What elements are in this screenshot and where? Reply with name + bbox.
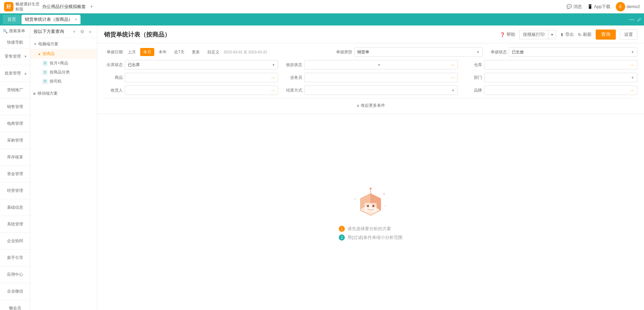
filter-row-1: 单据日期 上月 本月 本年 近7天 更多 自定义 2023-03-01 至 20…	[104, 47, 637, 57]
user-area[interactable]: E demo2	[616, 2, 640, 11]
scheme-collapse-btn[interactable]: «	[87, 28, 94, 35]
sidebar-item-sales[interactable]: 销售管理	[0, 99, 30, 115]
doc-type-control[interactable]: 销货单 ▼	[354, 47, 483, 57]
filter-row-2: 出库状态 已出库 ▼ 收款状态 ▼ 仓库	[104, 60, 637, 69]
doc-type-label: 单据类型	[333, 49, 352, 55]
sidebar-item-wechat[interactable]: 企业微信	[0, 283, 30, 300]
collapse-filter-btn[interactable]: ∧ 收起更多条件	[357, 101, 385, 110]
payment-status-control[interactable]: ▼	[304, 60, 458, 69]
search-menu-btn[interactable]: 🔍 搜索菜单	[0, 25, 30, 37]
driver-icon: 司	[42, 79, 48, 84]
sidebar-item-purchase[interactable]: 采购管理	[0, 132, 30, 149]
add-scheme-btn[interactable]: +	[71, 28, 77, 35]
empty-illustration: ✦ ✦ ✦	[351, 184, 391, 220]
brand-control[interactable]: ···	[484, 86, 637, 95]
search-icon: 🔍	[3, 29, 8, 34]
out-status-control[interactable]: 已出库 ▼	[125, 60, 278, 69]
page-header: 销货单统计表（按商品） ❓ 帮助 按模板打印 ▼ ⬆ 导出	[97, 25, 644, 43]
tab-home[interactable]: 首页	[3, 15, 21, 24]
query-btn[interactable]: 查询	[596, 30, 616, 40]
scheme-item-by-category[interactable]: 分 按商品分类	[30, 68, 97, 77]
settlement-label: 结算方式	[283, 88, 302, 93]
sidebar-item-marketing[interactable]: 营销推广	[0, 82, 30, 99]
department-label: 部门	[463, 75, 482, 81]
warehouse-control[interactable]: ···	[484, 60, 637, 69]
help-icon: ❓	[500, 32, 505, 37]
filter-row-4: 收货人 ··· 结算方式 ▼ 品牌	[104, 86, 637, 95]
settlement-control[interactable]: ▼	[304, 86, 458, 95]
date-btn-7days[interactable]: 近7天	[171, 48, 187, 56]
industry-dropdown-icon[interactable]: ▼	[90, 5, 93, 8]
logo-text: 畅捷通好生意 标版	[15, 2, 40, 11]
sidebar: 🔍 搜索菜单 快捷导航 零售管理 ▼ 批发管理 ▲ 营销推广 销售管理 电商管理…	[0, 25, 30, 310]
department-control[interactable]: ▼	[484, 73, 637, 82]
filter-warehouse: 仓库 ···	[463, 60, 637, 69]
tab-active[interactable]: 销货单统计表（按商品） ×	[21, 15, 80, 24]
doc-status-control[interactable]: 已生效 ▼	[509, 47, 637, 57]
logo-area: 好 畅捷通好生意 标版	[4, 2, 40, 11]
sidebar-item-guide[interactable]: 新手引导	[0, 250, 30, 266]
sidebar-item-ecommerce[interactable]: 电商管理	[0, 115, 30, 132]
date-btn-this-month[interactable]: 本月	[140, 48, 154, 56]
help-btn[interactable]: ❓ 帮助	[500, 32, 515, 38]
right-panel: 销货单统计表（按商品） ❓ 帮助 按模板打印 ▼ ⬆ 导出	[97, 25, 644, 310]
date-btn-custom[interactable]: 自定义	[204, 48, 222, 56]
scheme-item-by-month-product[interactable]: 月 按月+商品	[30, 59, 97, 68]
logo-icon: 好	[4, 2, 13, 11]
sidebar-item-wholesale[interactable]: 批发管理 ▲	[0, 65, 30, 82]
product-control[interactable]: ···	[125, 73, 278, 82]
app-download-btn[interactable]: 📱 App下载	[587, 4, 610, 10]
sidebar-item-operations[interactable]: 经营管理	[0, 183, 30, 199]
sidebar-item-retail[interactable]: 零售管理 ▼	[0, 48, 30, 65]
quick-nav-btn[interactable]: 快捷导航	[0, 37, 30, 48]
mobile-scheme-header[interactable]: ▶ 移动端方案	[30, 89, 97, 98]
chevron-icon: ▼	[24, 55, 27, 58]
refresh-btn[interactable]: ↻ 刷新	[578, 32, 592, 38]
hint-item-1: 1 请先选择要分析的方案	[339, 226, 402, 232]
tab-minimize-btn[interactable]: —	[629, 16, 634, 23]
date-btn-this-year[interactable]: 本年	[156, 48, 170, 56]
sidebar-item-inventory[interactable]: 库存核算	[0, 149, 30, 166]
desktop-scheme-header[interactable]: ▼ 电脑端方案	[30, 39, 97, 49]
filter-out-status: 出库状态 已出库 ▼	[104, 60, 278, 69]
sidebar-item-apps[interactable]: 应用中心	[0, 266, 30, 283]
mobile-scheme-section: ▶ 移动端方案	[30, 87, 97, 100]
export-btn[interactable]: ⬆ 导出	[560, 32, 574, 38]
department-arrow-icon: ▼	[631, 76, 634, 80]
receiver-control[interactable]: ···	[125, 86, 278, 95]
sidebar-item-enterprise[interactable]: 企业协同	[0, 233, 30, 250]
scheme-settings-btn[interactable]: ⚙	[79, 28, 86, 35]
user-avatar: E	[616, 2, 625, 11]
brand-dots-icon: ···	[630, 88, 634, 93]
tab-maximize-btn[interactable]: ⤢	[637, 16, 641, 23]
filter-doc-status: 单据状态 已生效 ▼	[488, 47, 637, 57]
scheme-item-by-product[interactable]: ● 按商品	[30, 49, 97, 59]
salesperson-control[interactable]: ···	[304, 73, 458, 82]
sidebar-item-basic[interactable]: 基础信息	[0, 199, 30, 216]
template-print-group: 按模板打印 ▼	[519, 30, 556, 39]
tab-close-btn[interactable]: ×	[75, 17, 77, 22]
template-print-dropdown-btn[interactable]: ▼	[548, 30, 556, 39]
filter-date: 单据日期 上月 本月 本年 近7天 更多 自定义 2023-03-01 至 20…	[104, 48, 328, 56]
left-panel-actions: + ⚙ «	[71, 28, 94, 35]
sidebar-item-finance[interactable]: 资金管理	[0, 166, 30, 183]
section-expand-icon: ▼	[34, 42, 37, 46]
salesperson-label: 业务员	[283, 75, 302, 81]
date-label: 单据日期	[104, 49, 123, 55]
settings-btn[interactable]: 设置	[620, 30, 637, 40]
date-btn-more[interactable]: 更多	[189, 48, 203, 56]
date-btn-last-month[interactable]: 上月	[125, 48, 139, 56]
filter-receiver: 收货人 ···	[104, 86, 278, 95]
template-print-btn[interactable]: 按模板打印	[519, 30, 548, 39]
sidebar-item-system[interactable]: 系统管理	[0, 216, 30, 233]
svg-text:✦: ✦	[382, 192, 386, 196]
scheme-item-by-driver[interactable]: 司 按司机	[30, 77, 97, 86]
svg-point-6	[367, 205, 369, 207]
export-icon: ⬆	[560, 32, 564, 37]
settlement-arrow-icon: ▼	[451, 89, 455, 92]
industry-title[interactable]: 办公用品行业模拟账套	[42, 4, 86, 10]
messages-btn[interactable]: 💬 消息	[567, 4, 582, 10]
sidebar-item-member[interactable]: 畅会员	[0, 300, 30, 310]
out-status-label: 出库状态	[104, 62, 123, 68]
svg-rect-3	[365, 203, 377, 212]
